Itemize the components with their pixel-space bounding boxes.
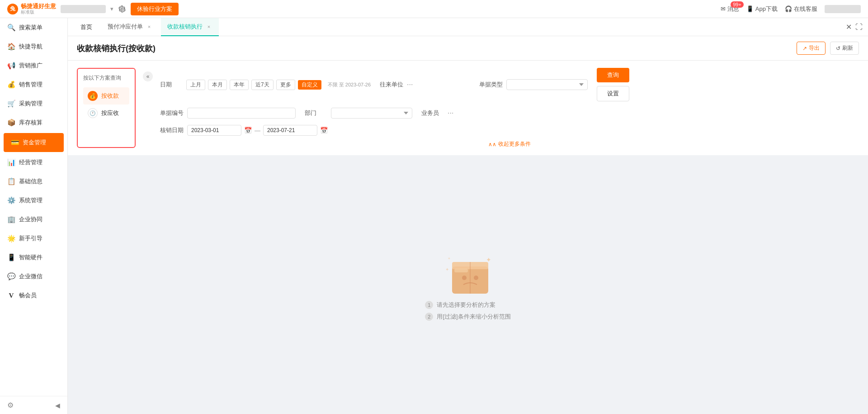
bill-no-field: 单据编号 (160, 108, 296, 119)
tab-expand-btn[interactable]: ⛶ (855, 23, 863, 31)
marketing-icon: 📢 (7, 62, 15, 70)
date-btn-this-month[interactable]: 本月 (208, 80, 227, 90)
system-icon: ⚙️ (7, 196, 15, 205)
sidebar-item-inventory[interactable]: 📦 库存核算 (0, 113, 67, 132)
sidebar-label-hardware: 智能硬件 (19, 253, 42, 262)
topbar: 兔 畅捷通好生意 标准版 ▾ 休验行业方案 ✉ 消息 99+ 📱 App下载 🎧… (0, 0, 868, 18)
collapse-more-label: 收起更多条件 (498, 140, 531, 148)
sidebar-collapse-icon[interactable]: ◀ (55, 402, 60, 409)
tab-prepay[interactable]: 预付冲应付单 × (101, 18, 159, 36)
date-btn-7days[interactable]: 近7天 (251, 80, 274, 90)
sidebar-label-purchase: 采购管理 (19, 100, 42, 108)
filter-left-panel: 按以下方案查询 💰 按收款 🕐 按应收 (77, 68, 136, 148)
sidebar-item-finance[interactable]: 💳 资金管理 (4, 133, 64, 152)
home-icon: 🏠 (7, 43, 15, 51)
tab-home[interactable]: 首页 (73, 18, 99, 36)
filter-option-by-receipt[interactable]: 💰 按收款 (83, 87, 129, 105)
date-separator: — (255, 127, 260, 134)
sidebar-settings-icon[interactable]: ⚙ (7, 401, 14, 409)
tip-item-1: 1 请先选择要分析的方案 (425, 301, 510, 309)
date-btn-custom[interactable]: 自定义 (298, 80, 321, 90)
enterprise-icon: 🏢 (7, 215, 15, 224)
staff-ellipsis: ··· (448, 109, 453, 117)
tab-close-all-btn[interactable]: ✕ (846, 23, 852, 31)
date-field: 日期 上月 本月 本年 近7天 更多 自定义 不限 至 2023-07-26 (160, 80, 371, 90)
sidebar-label-finance: 资金管理 (23, 138, 46, 147)
sidebar-item-vip[interactable]: V 畅会员 (0, 286, 67, 305)
page-header: 收款核销执行(按收款) ↗ 导出 ↺ 刷新 (68, 36, 868, 61)
writeoff-start-input[interactable] (187, 125, 241, 136)
filter-collapse-btn[interactable]: « (143, 71, 153, 81)
setting-btn[interactable]: 设置 (597, 86, 629, 101)
filter-area: 按以下方案查询 💰 按收款 🕐 按应收 « 日期 (68, 61, 868, 155)
date-unlimited-text: 不限 至 2023-07-26 (328, 81, 371, 88)
date-btn-more[interactable]: 更多 (276, 80, 295, 90)
svg-rect-3 (454, 269, 468, 272)
app-download-btn[interactable]: 📱 App下载 (746, 5, 778, 13)
refresh-label: 刷新 (842, 44, 853, 52)
industry-btn[interactable]: 休验行业方案 (131, 3, 179, 15)
finance-icon: 💳 (11, 138, 19, 147)
empty-tips: 1 请先选择要分析的方案 2 用[过滤]条件来缩小分析范围 (425, 301, 510, 321)
search-btn[interactable]: 查询 (597, 68, 629, 82)
brand-sub: 标准版 (21, 10, 56, 15)
sidebar-item-search[interactable]: 🔍 搜索菜单 (0, 18, 67, 37)
tip-item-2: 2 用[过滤]条件来缩小分析范围 (425, 313, 510, 321)
bill-no-input[interactable] (187, 108, 296, 119)
sidebar-item-purchase[interactable]: 🛒 采购管理 (0, 94, 67, 113)
wechat-icon: 💬 (7, 272, 15, 281)
tab-receipt[interactable]: 收款核销执行 × (161, 18, 219, 36)
refresh-btn[interactable]: ↺ 刷新 (830, 42, 859, 55)
receipt-option-icon: 💰 (88, 91, 98, 101)
filter-actions: 查询 设置 (597, 68, 629, 101)
writeoff-start-calendar-icon[interactable]: 📅 (244, 127, 252, 134)
logo: 兔 畅捷通好生意 标准版 (7, 3, 56, 15)
bill-type-label: 单据类型 (479, 81, 503, 89)
export-label: 导出 (809, 44, 820, 52)
sidebar: 🔍 搜索菜单 🏠 快捷导航 📢 营销推广 💰 销售管理 🛒 采购管理 📦 库存核… (0, 18, 68, 414)
tab-receipt-close[interactable]: × (205, 23, 212, 30)
bill-no-label: 单据编号 (160, 109, 184, 117)
sidebar-item-system[interactable]: ⚙️ 系统管理 (0, 191, 67, 210)
sidebar-item-marketing[interactable]: 📢 营销推广 (0, 56, 67, 75)
collapse-more[interactable]: ∧∧ 收起更多条件 (160, 140, 859, 148)
sidebar-item-quicknav[interactable]: 🏠 快捷导航 (0, 37, 67, 56)
dept-label: 部门 (305, 109, 327, 117)
tab-prepay-label: 预付冲应付单 (108, 23, 143, 31)
message-btn[interactable]: ✉ 消息 99+ (721, 5, 739, 13)
writeoff-end-calendar-icon[interactable]: 📅 (320, 127, 328, 134)
collapse-more-icon: ∧∧ (488, 141, 496, 148)
sidebar-item-wechat[interactable]: 💬 企业微信 (0, 267, 67, 286)
date-btn-this-year[interactable]: 本年 (230, 80, 249, 90)
svg-text:✦: ✦ (445, 267, 449, 272)
gear-icon[interactable] (118, 5, 126, 13)
receivable-option-label: 按应收 (101, 109, 119, 117)
dept-select[interactable] (331, 108, 412, 119)
date-unlimited: 不限 至 2023-07-26 (328, 81, 371, 88)
search-icon: 🔍 (7, 24, 15, 32)
staff-label: 业务员 (421, 109, 444, 117)
sidebar-item-hardware[interactable]: 📱 智能硬件 (0, 248, 67, 267)
service-btn[interactable]: 🎧 在线客服 (785, 5, 817, 13)
sidebar-item-enterprise[interactable]: 🏢 企业协同 (0, 210, 67, 229)
export-btn[interactable]: ↗ 导出 (797, 42, 826, 55)
filter-option-by-receivable[interactable]: 🕐 按应收 (83, 105, 129, 122)
tip-num-1: 1 (425, 301, 433, 309)
date-btn-last-month[interactable]: 上月 (186, 80, 205, 90)
bill-type-select[interactable] (506, 79, 588, 90)
sidebar-label-vip: 畅会员 (19, 291, 37, 300)
partner-ellipsis: ··· (407, 81, 413, 89)
sidebar-item-sales[interactable]: 💰 销售管理 (0, 75, 67, 94)
sidebar-item-basic[interactable]: 📋 基础信息 (0, 172, 67, 191)
svg-point-4 (462, 276, 467, 280)
sales-icon: 💰 (7, 81, 15, 89)
sidebar-item-guide[interactable]: 🌟 新手引导 (0, 229, 67, 248)
sidebar-bottom: ⚙ ◀ (0, 396, 67, 414)
staff-field: 业务员 ··· (421, 109, 512, 117)
tab-prepay-close[interactable]: × (146, 23, 153, 30)
empty-illustration: ✦ ✦ ✦ (441, 248, 495, 294)
writeoff-end-input[interactable] (263, 125, 317, 136)
sidebar-item-operations[interactable]: 📊 经营管理 (0, 153, 67, 172)
empty-state: ✦ ✦ ✦ 1 请先选择要分析的方案 2 用[过滤]条件来缩小分析范围 (425, 248, 510, 321)
dropdown-icon[interactable]: ▾ (110, 5, 113, 12)
